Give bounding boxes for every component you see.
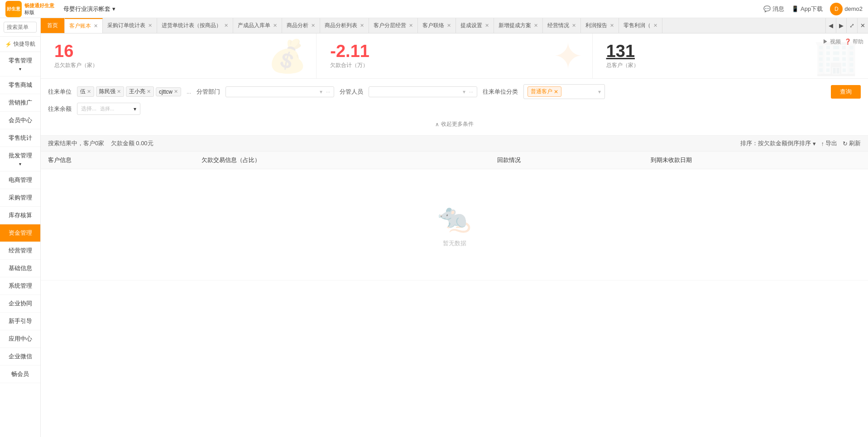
sidebar-item-changhui[interactable]: 畅会员 bbox=[0, 366, 40, 383]
tab-close-btn[interactable]: ✕ bbox=[360, 23, 364, 28]
tab-label: 进货单统计表（按商品） bbox=[162, 22, 221, 29]
tab-close-btn[interactable]: ✕ bbox=[447, 23, 451, 28]
remove-customer-type-icon[interactable]: ✕ bbox=[554, 89, 558, 95]
tab-9[interactable]: 提成设置✕ bbox=[456, 18, 494, 33]
tab-close-all-button[interactable]: ✕ bbox=[857, 18, 868, 33]
sidebar-item-pifaguanli[interactable]: 批发管理▾ bbox=[0, 147, 40, 171]
stat-label-customers: 总欠款客户（家） bbox=[54, 62, 98, 69]
sidebar-item-yingyong[interactable]: 应用中心 bbox=[0, 330, 40, 348]
tab-close-btn[interactable]: ✕ bbox=[148, 23, 152, 28]
refresh-button[interactable]: ↻ 刷新 bbox=[843, 139, 861, 147]
tab-7[interactable]: 客户分层经营✕ bbox=[369, 18, 418, 33]
tab-prev-button[interactable]: ◀ bbox=[825, 18, 836, 33]
filter-tag-陈民强: 陈民强✕ bbox=[96, 86, 124, 97]
tab-close-btn[interactable]: ✕ bbox=[224, 23, 228, 28]
sidebar-item-kucun[interactable]: 库存核算 bbox=[0, 207, 40, 224]
doc-help-button[interactable]: ❓ 帮助 bbox=[844, 38, 863, 46]
tab-close-btn[interactable]: ✕ bbox=[273, 23, 277, 28]
filter-tag-伍: 伍✕ bbox=[77, 86, 94, 97]
sidebar-item-lingshao_mall[interactable]: 零售商城 bbox=[0, 76, 40, 94]
tab-13[interactable]: 零售利润（✕ bbox=[619, 18, 662, 33]
tab-2[interactable]: 采购订单统计表✕ bbox=[103, 18, 157, 33]
message-button[interactable]: 💬 消息 bbox=[763, 5, 784, 13]
tab-close-btn[interactable]: ✕ bbox=[94, 23, 98, 29]
sidebar-item-label: 企业微信 bbox=[9, 352, 32, 361]
filter-row-1: 往来单位 伍✕陈民强✕王小亮✕cjttcw✕ ... 分管部门 ▾ ··· 分管… bbox=[48, 84, 861, 99]
sidebar-item-lingshao[interactable]: 零售管理▾ bbox=[0, 52, 40, 76]
sidebar-item-qiye[interactable]: 企业协同 bbox=[0, 295, 40, 313]
tab-10[interactable]: 新增提成方案✕ bbox=[494, 18, 543, 33]
sidebar-item-label: 资金管理 bbox=[9, 229, 32, 237]
industry-selector[interactable]: 母婴行业演示帐套 ▾ bbox=[63, 5, 115, 13]
sidebar-item-label: 库存核算 bbox=[9, 211, 32, 219]
sidebar-item-qiyeweixin[interactable]: 企业微信 bbox=[0, 348, 40, 366]
sidebar-item-label: 新手引导 bbox=[9, 317, 32, 325]
phone-icon: 📱 bbox=[791, 5, 799, 12]
filter-tag-remove[interactable]: ✕ bbox=[87, 89, 91, 95]
quick-nav-button[interactable]: ⚡ 快捷导航 bbox=[0, 37, 40, 52]
sidebar-item-jichu[interactable]: 基础信息 bbox=[0, 260, 40, 277]
sidebar: ⚡ 快捷导航 零售管理▾零售商城营销推广会员中心零售统计批发管理▾电商管理采购管… bbox=[0, 18, 41, 437]
tab-close-btn[interactable]: ✕ bbox=[485, 23, 489, 28]
tab-close-btn[interactable]: ✕ bbox=[572, 23, 576, 28]
tab-5[interactable]: 商品分析✕ bbox=[282, 18, 320, 33]
sidebar-item-zijin[interactable]: 资金管理 bbox=[0, 224, 40, 242]
filter-tag-remove[interactable]: ✕ bbox=[117, 89, 121, 95]
tab-close-btn[interactable]: ✕ bbox=[534, 23, 538, 28]
person-input[interactable]: ▾ ··· bbox=[369, 86, 477, 97]
tab-close-btn[interactable]: ✕ bbox=[409, 23, 413, 28]
tab-label: 首页 bbox=[47, 22, 58, 29]
collapse-button[interactable]: ∧ 收起更多条件 bbox=[48, 119, 861, 130]
user-area[interactable]: D demo2 bbox=[830, 3, 863, 15]
sidebar-item-dianguan[interactable]: 电商管理 bbox=[0, 171, 40, 189]
tab-maximize-button[interactable]: ⤢ bbox=[846, 18, 857, 33]
sidebar-item-huiyuan[interactable]: 会员中心 bbox=[0, 112, 40, 129]
table-col-2: 回款情况 bbox=[490, 152, 643, 169]
sidebar-item-caigou[interactable]: 采购管理 bbox=[0, 189, 40, 207]
balance-select[interactable]: 选择... 选择... ▾ bbox=[77, 103, 140, 115]
sidebar-item-xinshou[interactable]: 新手引导 bbox=[0, 313, 40, 330]
sort-select[interactable]: 排序：按欠款金额倒序排序 ▾ bbox=[740, 139, 816, 147]
tab-label: 经营情况 bbox=[547, 22, 569, 29]
content-area: 首页客户账本✕采购订单统计表✕进货单统计表（按商品）✕产成品入库单✕商品分析✕商… bbox=[41, 18, 868, 437]
dept-input[interactable]: ▾ ··· bbox=[225, 86, 334, 97]
query-button[interactable]: 查询 bbox=[831, 85, 861, 99]
tab-8[interactable]: 客户联络✕ bbox=[418, 18, 456, 33]
sidebar-item-label: 经营管理 bbox=[9, 247, 32, 255]
tab-12[interactable]: 利润报告✕ bbox=[581, 18, 619, 33]
stat-value-all: 131 bbox=[606, 43, 635, 60]
stat-bg-icon-2: ✦ bbox=[553, 35, 583, 77]
tab-label: 采购订单统计表 bbox=[107, 22, 145, 29]
sidebar-item-jingying[interactable]: 经营管理 bbox=[0, 242, 40, 260]
sidebar-item-lingshaotj[interactable]: 零售统计 bbox=[0, 129, 40, 147]
play-icon: ▶ bbox=[823, 38, 828, 45]
app-download-button[interactable]: 📱 App下载 bbox=[791, 5, 823, 13]
unit-class-input[interactable]: 普通客户 ✕ ▾ bbox=[523, 84, 605, 99]
tab-close-btn[interactable]: ✕ bbox=[610, 23, 614, 28]
stat-label-all: 总客户（家） bbox=[606, 62, 639, 69]
tab-6[interactable]: 商品分析列表✕ bbox=[320, 18, 369, 33]
filter-tag-remove[interactable]: ✕ bbox=[174, 89, 178, 95]
tab-close-btn[interactable]: ✕ bbox=[653, 23, 657, 28]
tab-1[interactable]: 客户账本✕ bbox=[65, 18, 103, 33]
filter-more-button[interactable]: ... bbox=[187, 89, 191, 95]
dept-more-icon: ··· bbox=[326, 89, 330, 95]
tab-11[interactable]: 经营情况✕ bbox=[543, 18, 581, 33]
sidebar-items: 零售管理▾零售商城营销推广会员中心零售统计批发管理▾电商管理采购管理库存核算资金… bbox=[0, 52, 40, 383]
stat-value-amount: -2.11 bbox=[330, 43, 369, 60]
video-help-button[interactable]: ▶ 视频 bbox=[823, 38, 840, 46]
tab-next-button[interactable]: ▶ bbox=[836, 18, 846, 33]
filter-tag-remove[interactable]: ✕ bbox=[147, 89, 151, 95]
search-input[interactable] bbox=[4, 22, 37, 33]
sidebar-item-xitong[interactable]: 系统管理 bbox=[0, 277, 40, 295]
export-icon: ↑ bbox=[821, 140, 825, 147]
balance-placeholder: 选择... bbox=[81, 105, 96, 113]
tab-bar: 首页客户账本✕采购订单统计表✕进货单统计表（按商品）✕产成品入库单✕商品分析✕商… bbox=[41, 18, 868, 33]
export-button[interactable]: ↑ 导出 bbox=[821, 139, 838, 147]
tab-close-btn[interactable]: ✕ bbox=[311, 23, 315, 28]
sidebar-item-yingxiao[interactable]: 营销推广 bbox=[0, 94, 40, 112]
tab-3[interactable]: 进货单统计表（按商品）✕ bbox=[157, 18, 233, 33]
tab-4[interactable]: 产成品入库单✕ bbox=[233, 18, 282, 33]
tab-0[interactable]: 首页 bbox=[41, 18, 65, 33]
table-col-1: 欠款交易信息（占比） bbox=[194, 152, 490, 169]
